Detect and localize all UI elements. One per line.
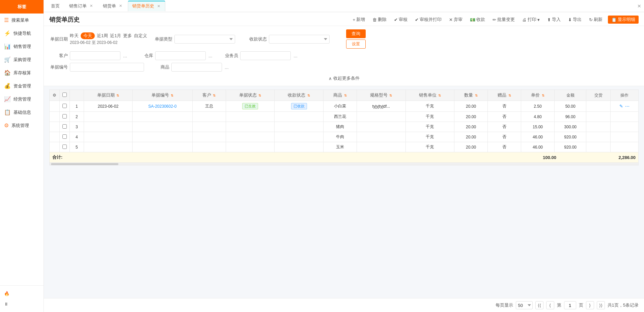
settings-button[interactable]: 设置 [346, 40, 366, 49]
col-doc-status[interactable]: 单据状态 ⇅ [226, 90, 275, 101]
query-button[interactable]: 查询 [346, 29, 366, 38]
audit-print-btn[interactable]: ✔ 审核并打印 [413, 16, 444, 23]
sidebar-item-quick-nav[interactable]: ⚡ 快捷导航 [0, 27, 44, 40]
audit-btn[interactable]: ✔ 审核 [392, 16, 410, 23]
cell-check-2[interactable] [60, 122, 70, 132]
cell-docno-2[interactable] [133, 122, 193, 132]
first-page-btn[interactable]: ⟨⟨ [535, 301, 543, 309]
col-doc-no[interactable]: 单据编号 ⇅ [133, 90, 193, 101]
tab-home[interactable]: 首页 [47, 1, 64, 11]
abandon-btn[interactable]: ✕ 弃审 [447, 16, 465, 23]
doc-type-select[interactable] [174, 35, 235, 44]
sidebar-item-purchase-mgmt[interactable]: 🛒 采购管理 [0, 53, 44, 66]
cell-docno-1[interactable] [133, 112, 193, 122]
filter-pay-status: 收款状态 [248, 35, 336, 44]
col-price[interactable]: 单价 ⇅ [521, 90, 555, 101]
goods-input[interactable] [171, 63, 222, 72]
more-icon[interactable]: ⋯ [625, 104, 629, 109]
cell-docstatus-1 [226, 112, 275, 122]
tab-sales-order[interactable]: 销售订单 ✕ [65, 1, 98, 11]
col-qty[interactable]: 数量 ⇅ [454, 90, 488, 101]
prev-page-btn[interactable]: ⟨ [546, 301, 554, 309]
page-number-input[interactable] [564, 301, 576, 309]
col-doc-date[interactable]: 单据日期 ⇅ [84, 90, 133, 101]
abandon-icon: ✕ [449, 17, 453, 22]
cell-docno-3[interactable] [133, 132, 193, 142]
tab-sales-goods-close[interactable]: ✕ [118, 4, 123, 8]
row-checkbox-3[interactable] [62, 134, 67, 139]
customer-input[interactable] [70, 51, 120, 60]
sidebar-item-inventory[interactable]: 🏠 库存核算 [0, 66, 44, 79]
next-page-btn[interactable]: ⟩ [586, 301, 594, 309]
sidebar-item-search-menu[interactable]: ☰ 搜索菜单 [0, 14, 44, 27]
row-checkbox-4[interactable] [62, 145, 67, 149]
refresh-btn[interactable]: ↻ 刷新 [587, 16, 605, 23]
sidebar-bottom-fire[interactable]: 🔥 [0, 288, 44, 299]
cell-rownum-4: 5 [70, 142, 84, 152]
sidebar-item-finance-mgmt[interactable]: 💰 资金管理 [0, 79, 44, 93]
delete-btn[interactable]: 🗑 删除 [370, 16, 389, 23]
scrollbar-thumb[interactable] [51, 163, 118, 165]
customer-dots-btn[interactable]: ... [122, 53, 128, 58]
shortcut-more[interactable]: 更多 [123, 33, 132, 39]
horizontal-scrollbar[interactable] [49, 163, 639, 165]
sidebar-bottom-pause[interactable]: ⏸ [0, 299, 44, 309]
cell-docno-4[interactable] [133, 142, 193, 152]
shortcut-custom[interactable]: 自定义 [134, 33, 147, 39]
close-all-btn[interactable]: ✕ [637, 3, 641, 9]
goods-dots-btn[interactable]: ... [224, 64, 229, 70]
cell-docno-0[interactable]: SA-20230602-0 [133, 101, 193, 112]
cell-check-1[interactable] [60, 112, 70, 122]
page-size-select[interactable]: 50 20 100 200 [516, 301, 533, 309]
col-gear[interactable]: ⚙ [50, 90, 60, 101]
select-all-checkbox[interactable] [62, 93, 67, 97]
cell-rownum-3: 4 [70, 132, 84, 142]
sidebar-item-ops-mgmt[interactable]: 📈 经营管理 [0, 93, 44, 106]
salesman-dots-btn[interactable]: ... [293, 53, 298, 58]
col-customer[interactable]: 客户 ⇅ [192, 90, 226, 101]
cell-unit-3: 千克 [405, 132, 454, 142]
sidebar-item-sys-mgmt[interactable]: ⚙ 系统管理 [0, 119, 44, 132]
col-gift[interactable]: 赠品 ⇅ [488, 90, 521, 101]
cell-check-0[interactable] [60, 101, 70, 112]
export-btn[interactable]: ⬇ 导出 [566, 16, 584, 23]
col-spec[interactable]: 规格型号 ⇅ [357, 90, 405, 101]
edit-icon[interactable]: ✎ [619, 104, 623, 109]
row-checkbox-2[interactable] [62, 124, 67, 129]
show-detail-btn[interactable]: 📋 显示明细 [608, 16, 639, 24]
cell-customer-1 [192, 112, 226, 122]
cell-gift-4: 否 [488, 142, 521, 152]
shortcut-last1m[interactable]: 近1月 [110, 33, 121, 39]
row-checkbox-0[interactable] [62, 104, 67, 108]
col-unit[interactable]: 销售单位 ⇅ [405, 90, 454, 101]
shortcut-yesterday[interactable]: 昨天 [70, 33, 79, 39]
cell-trade-0 [586, 101, 611, 112]
sidebar-item-sales-mgmt[interactable]: 📊 销售管理 [0, 40, 44, 53]
shortcut-last7[interactable]: 近1周 [97, 33, 108, 39]
import-btn[interactable]: ⬆ 导入 [545, 16, 563, 23]
tab-sales-history[interactable]: 销货单历史 ✕ [128, 1, 165, 11]
tab-sales-goods[interactable]: 销货单 ✕ [99, 1, 127, 11]
tab-sales-history-close[interactable]: ✕ [156, 4, 161, 8]
pay-status-select[interactable] [269, 35, 330, 44]
print-btn[interactable]: 🖨 打印 ▾ [520, 16, 542, 23]
cell-check-4[interactable] [60, 142, 70, 152]
warehouse-input[interactable] [155, 51, 206, 60]
doc-no-input[interactable] [70, 63, 144, 72]
warehouse-dots-btn[interactable]: ... [208, 53, 213, 58]
last-page-btn[interactable]: ⟩⟩ [597, 301, 605, 309]
row-checkbox-1[interactable] [62, 114, 67, 119]
tab-sales-order-close[interactable]: ✕ [89, 4, 93, 8]
cell-check-3[interactable] [60, 132, 70, 142]
page-unit: 页 [579, 302, 583, 308]
collect-btn[interactable]: 💵 收款 [468, 16, 487, 23]
batch-change-btn[interactable]: ✏ 批量变更 [491, 16, 517, 23]
filter-doc-type: 单据类型 [154, 35, 242, 44]
shortcut-today[interactable]: 今天 [81, 32, 95, 39]
sidebar-item-basic-info[interactable]: 📋 基础信息 [0, 106, 44, 119]
salesman-input[interactable] [240, 51, 291, 60]
new-btn[interactable]: + 新增 [351, 16, 367, 23]
col-pay-status[interactable]: 收款状态 ⇅ [275, 90, 324, 101]
collapse-btn[interactable]: ∧ 收起更多条件 [325, 74, 363, 82]
col-goods[interactable]: 商品 ⇅ [323, 90, 357, 101]
